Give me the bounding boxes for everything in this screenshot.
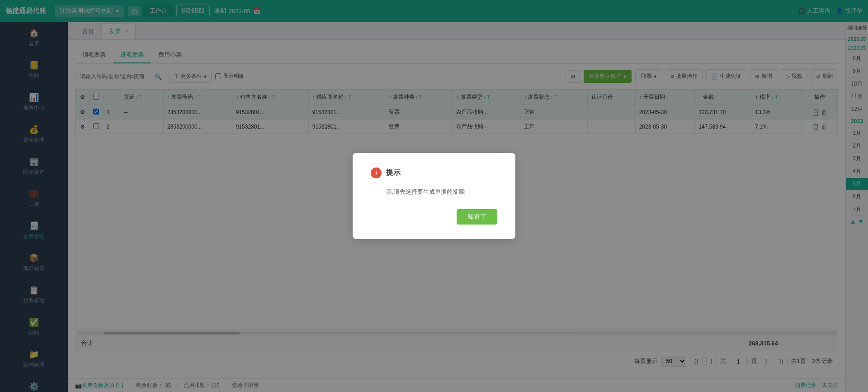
modal-confirm-button[interactable]: 知道了 bbox=[457, 209, 497, 225]
modal-title: 提示 bbox=[386, 168, 401, 177]
warning-icon: ! bbox=[371, 167, 382, 178]
modal-overlay[interactable]: ! 提示 亲,请先选择要生成单据的发票! 知道了 bbox=[0, 0, 868, 392]
modal-header: ! 提示 bbox=[371, 167, 401, 178]
modal-footer: 知道了 bbox=[371, 209, 497, 225]
modal-box: ! 提示 亲,请先选择要生成单据的发票! 知道了 bbox=[353, 153, 515, 239]
modal-message: 亲,请先选择要生成单据的发票! bbox=[386, 187, 466, 197]
